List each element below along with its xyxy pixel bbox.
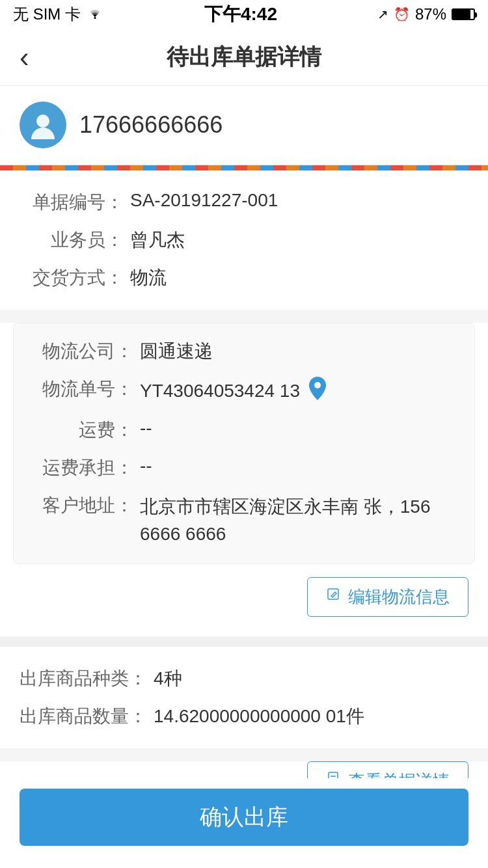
goods-types-value: 4种 xyxy=(154,666,468,691)
logistics-company-row: 物流公司： 圆通速递 xyxy=(29,339,459,364)
alarm-icon: ⏰ xyxy=(394,7,410,22)
address-label: 客户地址： xyxy=(29,493,133,518)
status-left: 无 SIM 卡 xyxy=(13,4,104,25)
battery-text: 87% xyxy=(415,5,446,23)
goods-types-row: 出库商品种类： 4种 xyxy=(20,666,468,691)
logistics-company-label: 物流公司： xyxy=(29,339,133,364)
address-value: 北京市市辖区海淀区永丰南 张，156 6666 6666 xyxy=(140,493,459,548)
edit-logistics-section: 编辑物流信息 xyxy=(0,577,488,636)
back-button[interactable]: ‹ xyxy=(20,41,59,74)
logistics-tracking-value: YT43064053424 13 xyxy=(140,377,459,405)
edit-icon xyxy=(326,587,342,607)
confirm-outbound-button[interactable]: 确认出库 xyxy=(20,789,468,846)
freight-label: 运费： xyxy=(29,418,133,442)
goods-quantity-value: 14.62000000000000 01件 xyxy=(154,704,468,729)
page-title: 待出库单据详情 xyxy=(167,42,321,72)
salesman-value: 曾凡杰 xyxy=(130,228,468,252)
status-bar: 无 SIM 卡 下午4:42 ↗ ⏰ 87% xyxy=(0,0,488,29)
main-content: 17666666666 单据编号： SA-20191227-001 业务员： 曾… xyxy=(0,86,488,868)
avatar xyxy=(20,102,66,148)
freight-bear-row: 运费承担： -- xyxy=(29,455,459,480)
goods-types-label: 出库商品种类： xyxy=(20,666,147,691)
goods-quantity-label: 出库商品数量： xyxy=(20,704,147,729)
logistics-company-value: 圆通速递 xyxy=(140,339,459,364)
logistics-wrapper: 物流公司： 圆通速递 物流单号： YT43064053424 13 运费： -- xyxy=(0,323,488,636)
battery-icon xyxy=(452,8,475,20)
location-status-icon: ↗ xyxy=(377,7,388,22)
order-info-section: 单据编号： SA-20191227-001 业务员： 曾凡杰 交货方式： 物流 xyxy=(0,170,488,310)
salesman-label: 业务员： xyxy=(20,228,124,252)
customer-header: 17666666666 xyxy=(0,86,488,164)
freight-value: -- xyxy=(140,418,459,439)
freight-bear-label: 运费承担： xyxy=(29,455,133,480)
confirm-btn-container: 确认出库 xyxy=(0,778,488,868)
logistics-tracking-row: 物流单号： YT43064053424 13 xyxy=(29,377,459,405)
edit-logistics-label: 编辑物流信息 xyxy=(348,586,450,608)
status-right: ↗ ⏰ 87% xyxy=(377,5,475,23)
goods-quantity-row: 出库商品数量： 14.62000000000000 01件 xyxy=(20,704,468,729)
delivery-row: 交货方式： 物流 xyxy=(20,265,468,290)
separator xyxy=(0,636,488,647)
svg-point-0 xyxy=(94,17,96,19)
edit-logistics-button[interactable]: 编辑物流信息 xyxy=(307,577,468,617)
logistics-tracking-label: 物流单号： xyxy=(29,377,133,401)
logistics-card: 物流公司： 圆通速递 物流单号： YT43064053424 13 运费： -- xyxy=(13,323,475,564)
order-number-value: SA-20191227-001 xyxy=(130,190,468,211)
wifi-icon xyxy=(86,5,104,23)
goods-section: 出库商品种类： 4种 出库商品数量： 14.62000000000000 01件 xyxy=(0,647,488,748)
location-pin-icon[interactable] xyxy=(308,377,327,405)
dashed-divider xyxy=(0,165,488,170)
address-row: 客户地址： 北京市市辖区海淀区永丰南 张，156 6666 6666 xyxy=(29,493,459,548)
order-number-label: 单据编号： xyxy=(20,190,124,215)
salesman-row: 业务员： 曾凡杰 xyxy=(20,228,468,252)
time-display: 下午4:42 xyxy=(204,2,277,27)
nav-bar: ‹ 待出库单据详情 xyxy=(0,29,488,86)
order-number-row: 单据编号： SA-20191227-001 xyxy=(20,190,468,215)
customer-phone: 17666666666 xyxy=(79,111,223,139)
freight-row: 运费： -- xyxy=(29,418,459,442)
carrier-text: 无 SIM 卡 xyxy=(13,4,81,25)
delivery-label: 交货方式： xyxy=(20,265,124,290)
svg-point-1 xyxy=(36,115,49,128)
delivery-value: 物流 xyxy=(130,265,468,290)
freight-bear-value: -- xyxy=(140,455,459,476)
